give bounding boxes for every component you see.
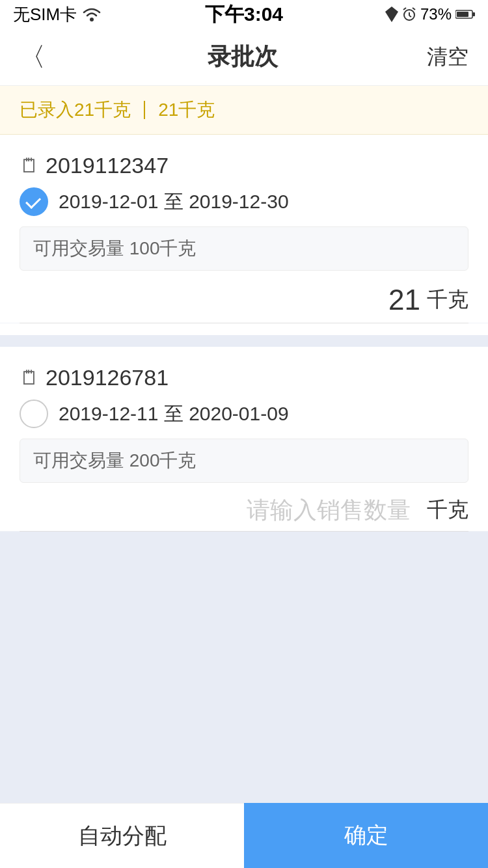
status-carrier: 无SIM卡 (13, 3, 102, 26)
batch-1-date-row: 2019-12-01 至 2019-12-30 (20, 187, 468, 216)
section-gap (0, 335, 488, 347)
batch-2-input-unit: 千克 (427, 496, 468, 524)
batch-2-available: 可用交易量 200千克 (20, 439, 468, 483)
bottom-empty-area (0, 532, 488, 831)
footer: 自动分配 确定 (0, 803, 488, 868)
carrier-text: 无SIM卡 (13, 3, 77, 26)
svg-rect-7 (472, 12, 475, 16)
info-banner: 已录入21千克 21千克 (0, 86, 488, 135)
info-label: 已录入21千克 (20, 98, 131, 122)
batch-2-input-row: 千克 (0, 483, 488, 531)
batch-1-amount-value: 21 (388, 284, 420, 316)
clear-button[interactable]: 清空 (427, 43, 468, 72)
batch-2-radio[interactable] (20, 400, 48, 428)
svg-line-5 (413, 8, 415, 10)
batch-1-id: 2019112347 (46, 153, 169, 178)
auto-distribute-button[interactable]: 自动分配 (0, 803, 244, 868)
batch-2-header: 🗒 2019126781 (20, 365, 468, 390)
batch-1-radio[interactable] (20, 187, 48, 216)
batch-1-amount-row: 21 千克 (0, 271, 488, 323)
status-time: 下午3:04 (205, 1, 283, 28)
wifi-icon (82, 7, 102, 21)
batch-1-bottom-space (0, 323, 488, 335)
batch-1-icon: 🗒 (20, 155, 39, 177)
batch-2-id: 2019126781 (46, 365, 169, 390)
page-title: 录批次 (208, 41, 278, 73)
nav-bar: 〈 录批次 清空 (0, 29, 488, 86)
info-value: 21千克 (158, 98, 215, 122)
batch-2-date-row: 2019-12-11 至 2020-01-09 (20, 400, 468, 428)
alarm-icon (402, 7, 416, 21)
batch-1-amount-unit: 千克 (427, 286, 468, 314)
status-right: 73% (385, 5, 475, 23)
batch-1-available: 可用交易量 100千克 (20, 226, 468, 271)
batch-1-date: 2019-12-01 至 2019-12-30 (59, 189, 289, 215)
svg-line-4 (403, 8, 406, 10)
svg-point-0 (90, 18, 94, 21)
confirm-button[interactable]: 确定 (244, 803, 488, 868)
back-button[interactable]: 〈 (20, 39, 59, 75)
batch-1-header: 🗒 2019112347 (20, 153, 468, 178)
location-icon (385, 7, 398, 22)
battery-icon (455, 9, 475, 20)
info-divider (144, 101, 145, 119)
batch-2-qty-input[interactable] (20, 496, 420, 524)
batch-item-2: 🗒 2019126781 2019-12-11 至 2020-01-09 可用交… (0, 347, 488, 483)
status-bar: 无SIM卡 下午3:04 73% (0, 0, 488, 29)
batch-2-icon: 🗒 (20, 367, 39, 389)
svg-rect-8 (457, 12, 468, 17)
batch-item-1: 🗒 2019112347 2019-12-01 至 2019-12-30 可用交… (0, 135, 488, 271)
battery-text: 73% (420, 5, 452, 23)
svg-line-3 (409, 16, 411, 17)
batch-2-date: 2019-12-11 至 2020-01-09 (59, 401, 289, 427)
